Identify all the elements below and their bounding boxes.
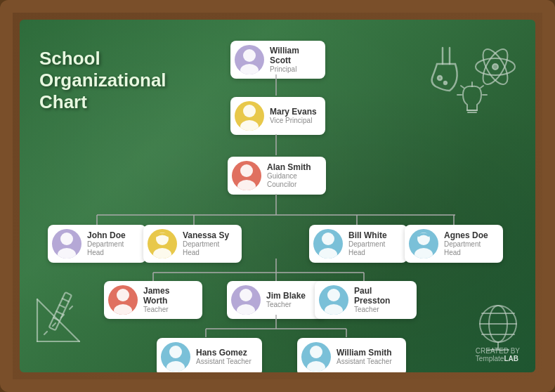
text-james-worth: James Worth Teacher xyxy=(143,286,195,315)
branding: CREATED BY TemplateLAB xyxy=(476,347,520,362)
svg-point-68 xyxy=(237,304,255,315)
role-agnes-doe: Department Head xyxy=(444,240,496,257)
name-john-doe: John Doe xyxy=(87,230,139,240)
text-jim-blake: Jim Blake Teacher xyxy=(266,291,318,309)
svg-point-57 xyxy=(60,233,73,245)
svg-line-21 xyxy=(70,306,72,309)
svg-point-71 xyxy=(169,346,182,358)
title-line2: Organizational xyxy=(39,70,166,91)
node-paul-presston: Paul Presston Teacher xyxy=(315,281,417,319)
avatar-alan-smith xyxy=(232,161,261,190)
role-alan-smith: Guidance Councilor xyxy=(267,172,319,189)
node-james-worth: James Worth Teacher xyxy=(104,281,202,319)
name-paul-presston: Paul Presston xyxy=(354,286,410,306)
name-hans-gomez: Hans Gomez xyxy=(196,348,255,358)
name-vanessa-sy: Vanessa Sy xyxy=(183,230,235,240)
branding-name: Template xyxy=(476,355,504,362)
name-jim-blake: Jim Blake xyxy=(266,291,318,301)
svg-point-56 xyxy=(237,180,256,190)
text-william-scott: William Scott Principal xyxy=(270,46,318,74)
node-jim-blake: Jim Blake Teacher xyxy=(227,281,325,319)
node-bill-white: Bill White Department Head xyxy=(309,225,407,263)
text-mary-evans: Mary Evans Vice Principal xyxy=(270,107,318,125)
text-paul-presston: Paul Presston Teacher xyxy=(354,286,410,315)
name-william-smith: William Smith xyxy=(337,348,399,358)
text-vanessa-sy: Vanessa Sy Department Head xyxy=(183,230,235,257)
avatar-william-scott xyxy=(235,45,264,74)
svg-line-25 xyxy=(56,311,63,314)
avatar-john-doe xyxy=(52,229,81,259)
svg-line-26 xyxy=(53,318,58,320)
node-john-doe: John Doe Department Head xyxy=(48,225,146,263)
avatar-james-worth xyxy=(108,285,138,315)
board-outer: School Organizational Chart xyxy=(0,0,555,392)
node-william-scott: William Scott Principal xyxy=(230,41,325,79)
node-agnes-doe: Agnes Doe Department Head xyxy=(405,225,503,263)
node-william-smith: William Smith Assistant Teacher xyxy=(297,338,406,372)
svg-point-62 xyxy=(319,248,337,259)
svg-point-70 xyxy=(325,304,343,315)
role-mary-evans: Vice Principal xyxy=(270,117,318,125)
svg-rect-22 xyxy=(49,292,72,330)
text-agnes-doe: Agnes Doe Department Head xyxy=(444,230,496,257)
role-vanessa-sy: Department Head xyxy=(183,240,235,257)
text-hans-gomez: Hans Gomez Assistant Teacher xyxy=(196,348,255,366)
avatar-bill-white xyxy=(313,229,343,259)
svg-point-60 xyxy=(153,248,171,259)
svg-point-74 xyxy=(307,361,325,372)
svg-point-61 xyxy=(322,233,334,245)
svg-point-7 xyxy=(492,64,498,70)
text-bill-white: Bill White Department Head xyxy=(348,230,400,257)
text-alan-smith: Alan Smith Guidance Councilor xyxy=(267,162,319,189)
avatar-william-smith xyxy=(301,342,331,372)
svg-point-53 xyxy=(243,105,256,117)
svg-point-64 xyxy=(414,248,433,259)
svg-point-55 xyxy=(240,164,253,177)
svg-point-58 xyxy=(58,248,76,259)
svg-point-51 xyxy=(243,49,256,62)
title-line1: School xyxy=(39,48,100,69)
svg-point-2 xyxy=(438,76,442,80)
deco-science-icons xyxy=(423,41,521,121)
role-william-smith: Assistant Teacher xyxy=(337,358,399,366)
svg-point-54 xyxy=(240,120,259,131)
role-john-doe: Department Head xyxy=(87,240,139,257)
avatar-jim-blake xyxy=(231,285,261,315)
avatar-vanessa-sy xyxy=(148,229,177,259)
branding-created-by: CREATED BY xyxy=(476,347,520,355)
svg-point-67 xyxy=(240,289,252,301)
chart-title: School Organizational Chart xyxy=(39,48,166,114)
avatar-mary-evans xyxy=(235,101,264,131)
avatar-hans-gomez xyxy=(161,342,190,372)
text-john-doe: John Doe Department Head xyxy=(87,230,139,257)
svg-line-24 xyxy=(60,305,65,307)
svg-point-52 xyxy=(240,64,259,74)
node-vanessa-sy: Vanessa Sy Department Head xyxy=(143,225,242,263)
title-line3: Chart xyxy=(39,91,87,112)
svg-line-14 xyxy=(481,86,483,88)
role-paul-presston: Teacher xyxy=(354,306,410,314)
svg-line-18 xyxy=(44,332,47,334)
node-mary-evans: Mary Evans Vice Principal xyxy=(230,97,325,135)
svg-point-66 xyxy=(114,304,132,315)
name-james-worth: James Worth xyxy=(143,286,195,306)
role-hans-gomez: Assistant Teacher xyxy=(196,358,255,366)
svg-line-13 xyxy=(461,86,464,88)
avatar-paul-presston xyxy=(319,285,348,315)
role-bill-white: Department Head xyxy=(348,240,400,257)
svg-point-65 xyxy=(117,289,129,301)
deco-ruler xyxy=(30,285,100,358)
svg-point-69 xyxy=(327,289,340,301)
svg-point-3 xyxy=(444,81,447,84)
svg-line-19 xyxy=(53,323,56,326)
board-inner: School Organizational Chart xyxy=(20,20,535,372)
svg-line-23 xyxy=(63,299,69,301)
name-agnes-doe: Agnes Doe xyxy=(444,230,496,240)
name-alan-smith: Alan Smith xyxy=(267,162,319,172)
role-james-worth: Teacher xyxy=(143,306,195,314)
name-william-scott: William Scott xyxy=(270,46,318,66)
text-william-smith: William Smith Assistant Teacher xyxy=(337,348,399,366)
node-alan-smith: Alan Smith Guidance Councilor xyxy=(228,157,326,195)
node-hans-gomez: Hans Gomez Assistant Teacher xyxy=(157,338,262,372)
role-jim-blake: Teacher xyxy=(266,301,318,309)
